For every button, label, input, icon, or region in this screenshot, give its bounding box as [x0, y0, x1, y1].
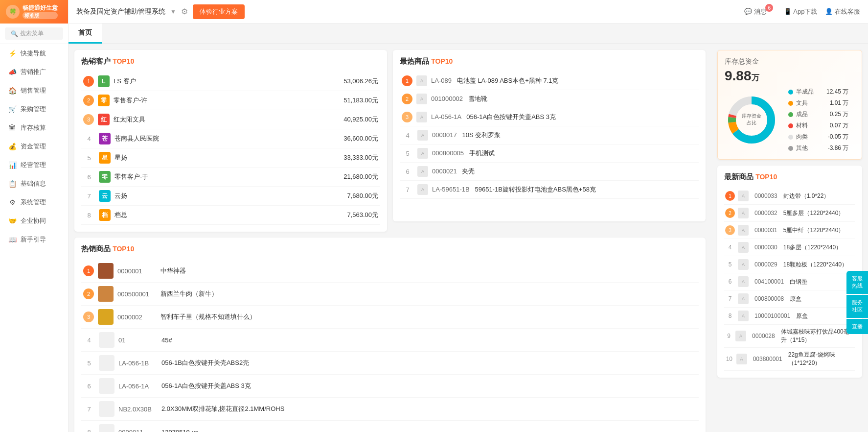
inventory-chart: 库存资金 占比 半成品 12.45 万 文具 1.01 万: [725, 88, 855, 152]
content-area: 热销客户 TOP10 1 L LS 客户 53,006.26元 2 零 零售客户: [69, 44, 868, 432]
sidebar-nav-item-finance[interactable]: 💰 资金管理: [0, 137, 68, 156]
rank-number: 3: [83, 114, 94, 125]
product-icon: A: [735, 331, 746, 341]
quicknav-icon: ⚡: [8, 49, 17, 58]
product-icon: A: [738, 208, 749, 218]
sidebar-nav-item-company[interactable]: 🤝 企业协同: [0, 212, 68, 230]
legend-color: [788, 146, 793, 151]
hot-products-title: 热销商品 TOP10: [81, 244, 699, 254]
sidebar-nav-item-guide[interactable]: 📖 新手引导: [0, 230, 68, 249]
topbar: 装备及固定资产辅助管理系统 ▼ ⚙ 体验行业方案 💬 消息 6 📱 App下载 …: [69, 0, 868, 24]
donut-chart: 库存资金 占比: [725, 93, 778, 147]
top-customers-card: 热销客户 TOP10 1 L LS 客户 53,006.26元 2 零 零售客户: [74, 50, 387, 232]
legend-color: [788, 112, 793, 117]
list-item: 2 A 0000032 5厘多层（1220*2440）: [724, 205, 855, 222]
sidebar-title: 畅捷通好生意: [23, 4, 58, 12]
sidebar-nav-item-purchase[interactable]: 🛒 采购管理: [0, 100, 68, 119]
legend-color: [788, 90, 793, 95]
legend-item: 成品 0.25 万: [788, 110, 848, 119]
table-row: 6 零 零售客户-于 21,680.00元: [81, 168, 380, 187]
topbar-left: 装备及固定资产辅助管理系统 ▼ ⚙ 体验行业方案: [76, 4, 245, 19]
rank-number: 7: [83, 406, 95, 413]
legend-color: [788, 101, 793, 106]
table-row: 3 A LA-056-1A 056-1A白色按键开关盖ABS 3克: [400, 108, 699, 126]
list-item: 1 A 0000033 封边带（1.0*22）: [724, 188, 855, 205]
sidebar-nav-item-sales[interactable]: 🏠 销售管理: [0, 81, 68, 100]
app-download-link[interactable]: 📱 App下载: [784, 7, 817, 16]
marketing-icon: 📣: [8, 68, 17, 76]
new-products-card: 最新商品 TOP10 1 A 0000033 封边带（1.0*22） 2 A 0…: [717, 166, 862, 378]
product-icon: A: [738, 259, 749, 270]
rank-number: 7: [83, 192, 95, 200]
page-tabs: 首页: [69, 24, 868, 44]
rank-number: 5: [83, 360, 95, 367]
online-service-link[interactable]: 👤 在线客服: [825, 7, 860, 16]
sidebar-search[interactable]: 🔍 搜索菜单: [0, 24, 68, 44]
sidebar-nav-item-basic[interactable]: 📋 基础信息: [0, 174, 68, 193]
product-icon: A: [736, 354, 747, 364]
sidebar: 🍀 畅捷通好生意 标准版 🔍 搜索菜单 ⚡ 快捷导航 📣 营销推广 🏠 销售管理…: [0, 0, 69, 432]
list-item: 7 NB2.0X30B 2.0X30MM双排花轴,搓花直径2.1MM/ROHS: [81, 398, 699, 421]
float-btn-community[interactable]: 服务 社区: [846, 295, 868, 318]
system-icon: ⚙: [8, 198, 17, 207]
sidebar-subtitle: 标准版: [23, 12, 58, 19]
table-row: 2 零 零售客户-许 51,183.00元: [81, 91, 380, 110]
list-item: 4 A 0000030 18多层（1220*2440）: [724, 239, 855, 256]
sidebar-nav-item-system[interactable]: ⚙ 系统管理: [0, 193, 68, 212]
rank-number: 5: [83, 154, 95, 162]
list-item: 8 A 10000100001 原盒: [724, 308, 855, 325]
trial-button[interactable]: 体验行业方案: [193, 4, 245, 19]
rank-number: 8: [83, 429, 95, 432]
customer-badge: L: [98, 75, 110, 87]
table-row: 3 红 红太阳文具 40,925.00元: [81, 110, 380, 129]
table-row: 1 A LA-089 电池盖 LA-089 ABS本色+黑种 7.1克: [400, 72, 699, 90]
customer-badge: 苍: [99, 133, 111, 144]
dropdown-arrow-icon[interactable]: ▼: [170, 8, 176, 15]
sidebar-nav-item-quicknav[interactable]: ⚡ 快捷导航: [0, 44, 68, 63]
message-area[interactable]: 💬 消息 6: [744, 7, 776, 16]
product-image: [99, 378, 114, 394]
customer-name: 档总: [114, 211, 347, 219]
table-row: 4 A 0000017 10S 变利罗浆: [400, 126, 699, 144]
rank-number: 7: [725, 295, 735, 302]
svg-text:库存资金: 库存资金: [742, 113, 761, 119]
customer-badge: 零: [98, 95, 110, 106]
legend-item: 文具 1.01 万: [788, 99, 848, 107]
list-item: 3 A 0000031 5厘中纤（1220*2440）: [724, 222, 855, 239]
sidebar-nav-item-inventory[interactable]: 🏛 库存核算: [0, 119, 68, 137]
rank-number: 6: [83, 173, 95, 181]
product-info: LA-056-1A 056-1A白色按键开关盖ABS 3克: [431, 113, 697, 121]
new-products-list: 1 A 0000033 封边带（1.0*22） 2 A 0000032 5厘多层…: [724, 188, 855, 371]
product-image: [99, 355, 114, 371]
top-customers-title: 热销客户 TOP10: [81, 57, 380, 66]
float-btn-service[interactable]: 客服 热线: [846, 271, 868, 294]
product-icon: A: [738, 242, 749, 253]
sidebar-nav-item-business[interactable]: 📊 经营管理: [0, 156, 68, 174]
list-item: 2 000500001 新西兰牛肉（新牛）: [81, 283, 699, 306]
list-item: 10 A 003800001 22g鱼豆腐-烧烤味（1*12*20）: [724, 348, 855, 371]
rank-number: 4: [83, 135, 95, 143]
legend-item: 半成品 12.45 万: [788, 88, 848, 96]
rank-number: 7: [402, 186, 413, 193]
product-info: 000800005 手机测试: [432, 149, 697, 158]
product-image: [99, 332, 114, 348]
sales-icon: 🏠: [8, 86, 17, 95]
product-icon: A: [738, 311, 749, 321]
customer-value: 36,600.00元: [343, 134, 378, 143]
legend-color: [788, 123, 793, 128]
rank-number: 6: [402, 168, 413, 175]
float-btn-live[interactable]: 直播: [846, 319, 868, 334]
search-icon: 🔍: [11, 30, 18, 37]
gear-icon[interactable]: ⚙: [181, 7, 188, 16]
tab-home[interactable]: 首页: [69, 24, 102, 44]
rank-number: 1: [83, 76, 94, 87]
legend-color: [788, 135, 793, 140]
product-image: [98, 309, 114, 325]
list-item: 7 A 000800008 原盒: [724, 290, 855, 308]
product-icon: A: [417, 184, 428, 195]
customer-name: 云扬: [114, 192, 347, 200]
customer-name: 零售客户-许: [114, 96, 343, 105]
product-icon: A: [416, 75, 427, 86]
customer-value: 33,333.00元: [343, 153, 378, 162]
sidebar-nav-item-marketing[interactable]: 📣 营销推广: [0, 63, 68, 81]
